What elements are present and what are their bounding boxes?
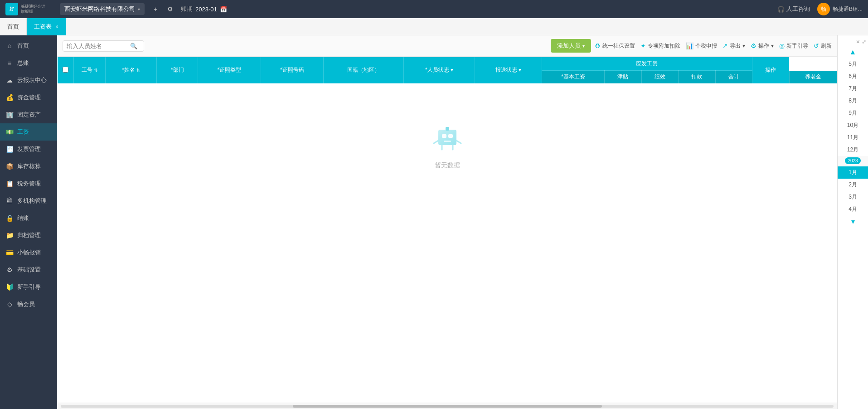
scroll-thumb[interactable]	[293, 405, 602, 408]
guide-btn[interactable]: ◎ 新手引导	[779, 42, 808, 50]
operations-btn[interactable]: ⚙ 操作 ▾	[751, 42, 774, 50]
tab-salary[interactable]: 工资表 ×	[27, 18, 66, 35]
sort-name-icon[interactable]: ⇅	[136, 68, 140, 73]
service-button[interactable]: 🎧 人工咨询	[777, 5, 810, 13]
refresh-btn[interactable]: ↺ 刷新	[814, 42, 832, 50]
sidebar-item-member[interactable]: ◇ 畅会员	[0, 296, 57, 313]
sidebar-item-archive[interactable]: 📁 归档管理	[0, 227, 57, 244]
tab-salary-label: 工资表	[34, 23, 52, 31]
panel-down-arrow[interactable]: ▾	[849, 215, 857, 228]
th-performance: 绩效	[641, 71, 678, 83]
company-selector[interactable]: 西安虾米网络科技有限公司 ▾	[60, 3, 145, 15]
social-security-btn[interactable]: ♻ 统一社保设置	[595, 42, 635, 50]
month-item-8[interactable]: 8月	[838, 95, 868, 107]
month-item-7[interactable]: 7月	[838, 83, 868, 95]
multi-icon: 🏛	[5, 197, 14, 205]
sidebar-item-home[interactable]: ⌂ 首页	[0, 37, 57, 54]
sidebar-item-invoice[interactable]: 🧾 发票管理	[0, 141, 57, 158]
empty-icon	[429, 120, 466, 156]
personal-tax-label: 个税申报	[695, 42, 717, 50]
svg-rect-1	[442, 134, 446, 138]
sidebar-item-tax[interactable]: 📋 税务管理	[0, 175, 57, 192]
sidebar-item-assets[interactable]: 🏢 固定资产	[0, 106, 57, 123]
right-actions: 🎧 人工咨询 畅 畅捷通B组...	[777, 3, 863, 15]
guide-icon: 🔰	[5, 283, 14, 291]
svg-rect-3	[444, 141, 451, 142]
tab-close-icon[interactable]: ×	[55, 24, 58, 30]
calendar-icon[interactable]: 📅	[220, 6, 227, 13]
sidebar-item-closing[interactable]: 🔒 结账	[0, 209, 57, 227]
month-item-10[interactable]: 10月	[838, 119, 868, 131]
top-header: 好 畅捷通好会计 旗舰版 西安虾米网络科技有限公司 ▾ + ⚙ 账期 2023-…	[0, 0, 868, 18]
panel-up-arrow[interactable]: ▲	[848, 46, 858, 58]
invoice-icon: 🧾	[5, 145, 14, 153]
user-area[interactable]: 畅 畅捷通B组...	[817, 3, 863, 15]
month-item-11[interactable]: 11月	[838, 131, 868, 144]
search-icon: 🔍	[130, 43, 137, 49]
month-item-1[interactable]: 1月	[838, 166, 868, 179]
content-area: 🔍 添加人员 ▾ ♻ 统一社保设置 ✦ 专项附加扣除 📊 个税申报	[57, 35, 837, 409]
th-operations: 操作	[752, 57, 789, 83]
panel-expand-button[interactable]: ⤢	[862, 39, 866, 45]
add-person-button[interactable]: 添加人员 ▾	[551, 39, 591, 53]
export-icon: ↗	[723, 42, 728, 49]
th-person-status: *人员状态 ▾	[403, 57, 475, 83]
sidebar-label-closing: 结账	[17, 214, 29, 222]
search-input[interactable]	[67, 43, 130, 49]
refresh-icon: ↺	[814, 42, 819, 49]
sidebar-item-salary[interactable]: 💵 工资	[0, 123, 57, 141]
sidebar-item-reports[interactable]: ☁ 云报表中心	[0, 72, 57, 89]
sidebar-label-funds: 资金管理	[17, 93, 41, 102]
panel-close-button[interactable]: ×	[856, 38, 860, 45]
year-badge: 2023	[845, 157, 860, 164]
month-item-6[interactable]: 6月	[838, 70, 868, 83]
sidebar-label-invoice: 发票管理	[17, 145, 41, 153]
th-checkbox[interactable]	[58, 57, 74, 83]
th-total: 合计	[715, 71, 752, 83]
sidebar-label-home: 首页	[17, 42, 29, 50]
month-item-4[interactable]: 4月	[838, 203, 868, 215]
scroll-bar-area	[57, 403, 837, 409]
th-allowance: 津贴	[605, 71, 641, 83]
month-item-5[interactable]: 5月	[838, 58, 868, 70]
month-item-3[interactable]: 3月	[838, 191, 868, 203]
inventory-icon: 📦	[5, 162, 14, 170]
sort-number-icon[interactable]: ⇅	[94, 68, 97, 73]
th-report-status: 报送状态 ▾	[475, 57, 542, 83]
tab-home[interactable]: 首页	[0, 18, 27, 35]
assets-icon: 🏢	[5, 111, 14, 119]
sidebar-item-expense[interactable]: 💳 小畅报销	[0, 244, 57, 261]
expense-icon: 💳	[5, 248, 14, 257]
month-item-12[interactable]: 12月	[838, 144, 868, 156]
sidebar-item-multi[interactable]: 🏛 多机构管理	[0, 192, 57, 209]
sidebar-item-ledger[interactable]: ≡ 总账	[0, 54, 57, 72]
export-dropdown-icon: ▾	[742, 43, 745, 49]
personal-tax-btn[interactable]: 📊 个税申报	[686, 42, 717, 50]
sidebar-item-funds[interactable]: 💰 资金管理	[0, 89, 57, 106]
empty-state: 暂无数据	[58, 83, 837, 206]
sidebar-label-inventory: 库存核算	[17, 162, 41, 170]
settings-icon[interactable]: ⚙	[165, 4, 175, 15]
operations-dropdown-icon: ▾	[771, 43, 774, 49]
archive-icon: 📁	[5, 231, 14, 239]
sidebar-item-guide[interactable]: 🔰 新手引导	[0, 278, 57, 296]
filter-report-status-icon[interactable]: ▾	[519, 67, 521, 73]
month-item-9[interactable]: 9月	[838, 107, 868, 119]
search-wrap: 🔍	[63, 40, 144, 52]
scroll-track[interactable]	[61, 405, 834, 408]
month-item-2[interactable]: 2月	[838, 179, 868, 191]
social-security-icon: ♻	[595, 42, 601, 49]
sidebar-item-inventory[interactable]: 📦 库存核算	[0, 158, 57, 175]
sidebar-item-settings[interactable]: ⚙ 基础设置	[0, 261, 57, 278]
headset-icon: 🎧	[777, 6, 785, 13]
member-icon: ◇	[5, 300, 14, 308]
filter-person-status-icon[interactable]: ▾	[451, 67, 453, 73]
social-security-label: 统一社保设置	[602, 42, 635, 50]
select-all-checkbox[interactable]	[63, 67, 68, 73]
add-button[interactable]: +	[150, 4, 161, 15]
special-deduction-btn[interactable]: ✦ 专项附加扣除	[640, 42, 680, 50]
sidebar-label-tax: 税务管理	[17, 180, 41, 188]
special-deduction-icon: ✦	[640, 42, 646, 49]
export-btn[interactable]: ↗ 导出 ▾	[723, 42, 745, 50]
sidebar-label-multi: 多机构管理	[17, 197, 47, 205]
